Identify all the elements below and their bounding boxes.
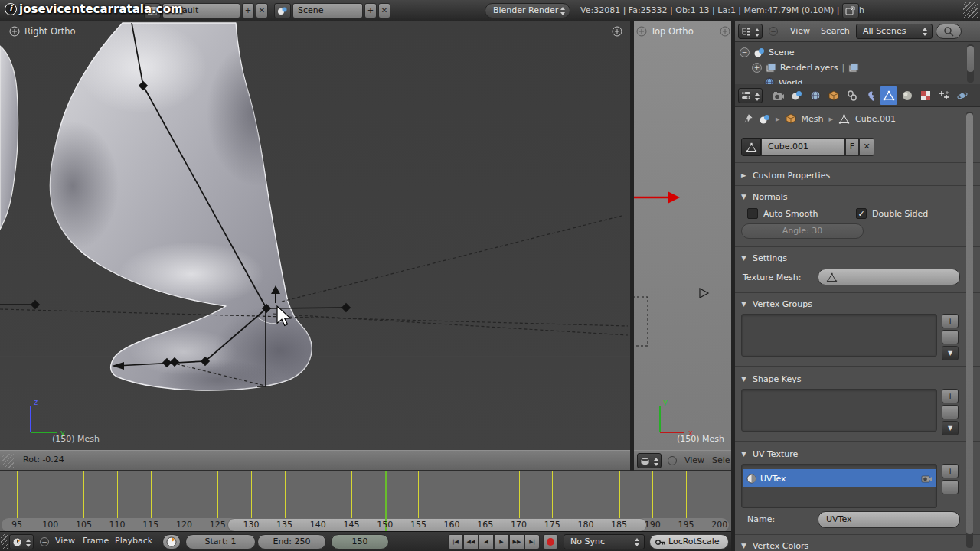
view-menu[interactable]: View [55, 532, 75, 550]
sync-mode-select[interactable]: No Sync [564, 534, 645, 549]
outliner-row-scene[interactable]: − Scene [740, 44, 795, 60]
properties-scrollbar[interactable] [966, 112, 973, 548]
vertex-group-specials-menu[interactable]: ▼ [942, 346, 959, 360]
add-shape-key-button[interactable]: + [942, 389, 959, 403]
jump-to-end-button[interactable]: ▶| [524, 534, 540, 549]
tab-particles[interactable] [935, 86, 952, 105]
outliner-filter-select[interactable]: All Scenes [856, 24, 933, 39]
timeline-editor[interactable]: 9510010511011512012513013514014515015516… [0, 471, 731, 531]
tab-constraints[interactable] [843, 86, 861, 105]
uv-map-row-selected[interactable]: UVTex [743, 469, 936, 487]
end-frame-slider[interactable]: End: 250 [257, 534, 326, 549]
render-engine-select[interactable]: Blender Render [485, 3, 570, 18]
editor-type-select[interactable] [9, 534, 34, 549]
tab-mesh-data[interactable] [880, 86, 897, 105]
collapse-menus-icon[interactable]: − [40, 537, 49, 546]
time-indicator-button[interactable] [162, 534, 181, 549]
search-menu[interactable]: Search [821, 21, 850, 41]
collapse-menus-icon[interactable]: − [769, 27, 778, 36]
section-vertex-groups[interactable]: ▼ Vertex Groups [741, 297, 974, 311]
section-custom-properties[interactable]: ► Custom Properties [741, 168, 974, 182]
double-sided-checkbox[interactable]: ✓ [856, 208, 867, 219]
remove-shape-key-button[interactable]: − [942, 405, 959, 419]
scrollbar-thumb[interactable] [966, 113, 973, 534]
fake-user-button[interactable]: F [845, 138, 859, 156]
texture-mesh-field[interactable] [818, 269, 960, 285]
scrollbar-thumb[interactable] [967, 46, 974, 72]
add-scene-button[interactable]: + [364, 3, 377, 18]
section-vertex-colors[interactable]: ▼ Vertex Colors [741, 539, 974, 551]
outliner-row-renderlayers[interactable]: + RenderLayers | [752, 60, 859, 75]
scene-name-field[interactable]: Scene [292, 3, 363, 18]
collapse-menus-icon[interactable]: − [668, 456, 677, 465]
renderlayer-icon[interactable] [848, 63, 859, 73]
viewport-top-ortho[interactable]: Top Ortho y x (150) Mesh [634, 21, 733, 450]
new-window-icon[interactable] [842, 3, 859, 18]
start-frame-slider[interactable]: Start: 1 [185, 534, 256, 549]
add-layout-button[interactable]: + [242, 3, 254, 18]
jump-to-start-button[interactable]: |◀ [448, 534, 463, 549]
tab-texture[interactable] [916, 86, 934, 105]
playback-menu[interactable]: Playback [115, 532, 152, 550]
unlink-button[interactable]: ✕ [859, 138, 874, 156]
add-uv-map-button[interactable]: + [942, 464, 959, 478]
breadcrumb-data[interactable]: Cube.001 [855, 114, 896, 124]
datablock-name-field[interactable]: Cube.001 [761, 138, 845, 156]
close-layout-button[interactable]: ✕ [256, 3, 268, 18]
section-shape-keys[interactable]: ▼ Shape Keys [741, 372, 974, 386]
add-vertex-group-button[interactable]: + [942, 314, 959, 328]
corner-grip[interactable] [1, 534, 8, 549]
prev-keyframe-button[interactable]: ◀◀ [463, 534, 479, 549]
current-frame-field[interactable]: 150 [331, 534, 389, 549]
vertex-groups-list[interactable] [741, 314, 937, 357]
play-button[interactable]: ▶ [494, 534, 509, 549]
scene-icon[interactable] [274, 3, 291, 18]
shape-key-specials-menu[interactable]: ▼ [942, 421, 959, 435]
editor-type-select[interactable] [738, 24, 763, 39]
tab-modifiers[interactable] [861, 86, 879, 105]
camera-icon[interactable] [921, 474, 933, 483]
plus-icon[interactable] [12, 29, 17, 34]
view-menu[interactable]: View [790, 21, 810, 41]
remove-uv-map-button[interactable]: − [942, 480, 959, 494]
corner-grip[interactable] [963, 2, 978, 18]
tab-scene[interactable] [788, 86, 805, 105]
select-menu[interactable]: Sele [712, 451, 730, 470]
corner-grip[interactable] [2, 454, 14, 468]
editor-type-select[interactable] [637, 453, 662, 468]
tab-material[interactable] [898, 86, 916, 105]
next-keyframe-button[interactable]: ▶▶ [509, 534, 524, 549]
frame-menu[interactable]: Frame [83, 532, 109, 550]
leg-mesh[interactable] [27, 21, 345, 399]
record-button[interactable] [543, 534, 558, 549]
section-settings[interactable]: ▼ Settings [741, 251, 974, 265]
uv-texture-list[interactable]: UVTex [741, 464, 937, 508]
viewport-right-ortho[interactable]: Right Ortho z y (150) Mesh [0, 21, 630, 450]
breadcrumb-object[interactable]: Mesh [802, 114, 824, 124]
tab-physics[interactable] [953, 86, 971, 105]
object-icon[interactable] [759, 114, 770, 124]
view-menu[interactable]: View [684, 451, 704, 470]
uv-name-field[interactable]: UVTex [818, 511, 960, 528]
expand-icon[interactable]: + [752, 63, 762, 73]
close-scene-button[interactable]: ✕ [378, 3, 390, 18]
second-leg-mesh[interactable] [0, 46, 18, 230]
plus-icon[interactable] [639, 29, 644, 34]
search-button[interactable] [936, 24, 962, 39]
outliner-scrollbar[interactable] [967, 44, 974, 83]
shape-keys-list[interactable] [741, 389, 937, 432]
remove-vertex-group-button[interactable]: − [942, 330, 959, 344]
collapse-icon[interactable]: − [740, 47, 750, 57]
play-reverse-button[interactable]: ◀ [479, 534, 494, 549]
keying-set-field[interactable]: LocRotScale [649, 534, 729, 549]
outliner-item-label[interactable]: Scene [769, 47, 795, 57]
pin-icon[interactable] [743, 113, 753, 124]
section-normals[interactable]: ▼ Normals [741, 190, 974, 204]
outliner-item-label[interactable]: RenderLayers [780, 63, 838, 73]
tab-object[interactable] [825, 86, 842, 105]
tab-world[interactable] [806, 86, 824, 105]
angle-slider[interactable]: Angle: 30 [741, 223, 864, 239]
auto-smooth-checkbox[interactable] [747, 208, 758, 219]
section-uv-texture[interactable]: ▼ UV Texture [741, 447, 974, 461]
editor-type-select[interactable] [738, 88, 763, 103]
